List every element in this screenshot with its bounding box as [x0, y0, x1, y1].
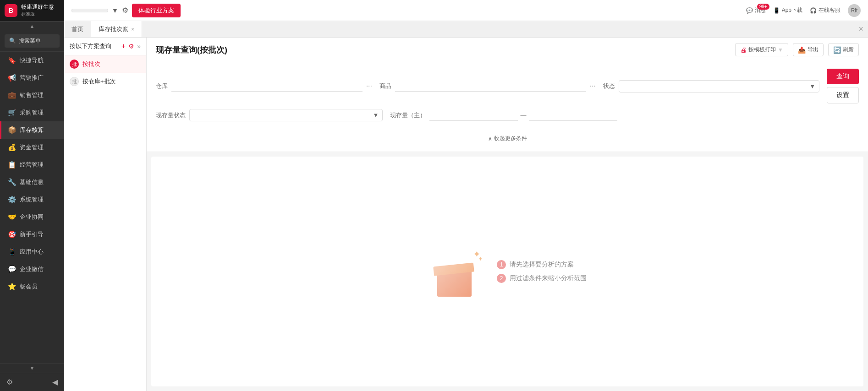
user-avatar: Rit: [848, 4, 861, 17]
sidebar-scroll-down[interactable]: ▼: [0, 363, 64, 373]
filter-product: 商品 ···: [379, 81, 596, 92]
tab-close-button[interactable]: ×: [131, 26, 134, 33]
filter-inventory-status: 现存量状态 ▼: [156, 109, 383, 121]
left-panel-title: 按以下方案查询: [70, 42, 111, 50]
nav-icon-member: ⭐: [8, 282, 16, 291]
filter-inventory-qty: 现存量（主） —: [390, 110, 617, 121]
sidebar-item-appstore[interactable]: 📱 应用中心: [0, 243, 64, 261]
scheme-icon-by-batch: 批: [70, 60, 79, 69]
nav-icon-inventory: 📦: [8, 126, 16, 134]
left-panel: 按以下方案查询 + ⚙ » 批 按批次 批 按仓库+批次: [64, 38, 147, 391]
empty-tip-2: 2 用过滤条件来缩小分析范围: [497, 274, 587, 283]
topbar-right: 💬 消息 99+ 📱 App下载 🎧 在线客服 Rit: [746, 4, 861, 17]
refresh-button[interactable]: 🔄 刷新: [828, 43, 859, 56]
empty-tip-1: 1 请先选择要分析的方案: [497, 260, 587, 269]
topbar-search-display: [71, 9, 108, 12]
sidebar-item-shortcut[interactable]: 🔖 快捷导航: [0, 52, 64, 69]
main-area: ▼ ⚙ 体验行业方案 💬 消息 99+ 📱 App下载 🎧 在线客服 Rit: [64, 0, 868, 391]
sidebar-footer: ⚙ ◀: [0, 373, 64, 391]
query-button[interactable]: 查询: [827, 69, 859, 84]
sidebar-item-marketing[interactable]: 📢 营销推广: [0, 69, 64, 87]
topbar-left: ▼ ⚙ 体验行业方案: [71, 4, 742, 17]
nav-icon-operation: 📋: [8, 161, 16, 169]
content-area: 按以下方案查询 + ⚙ » 批 按批次 批 按仓库+批次: [64, 38, 868, 391]
print-icon: 🖨: [740, 46, 747, 54]
sidebar-item-newbie[interactable]: 🎯 新手引导: [0, 226, 64, 243]
sidebar-search-button[interactable]: 🔍 搜索菜单: [5, 34, 60, 48]
sidebar: B 畅康通好生意 标准版 ▲ 🔍 搜索菜单 🔖 快捷导航 📢 营销推广 💼 销售…: [0, 0, 64, 391]
inventory-qty-from[interactable]: [429, 110, 517, 121]
topbar-gear-button[interactable]: ⚙: [122, 6, 128, 15]
inventory-status-select[interactable]: ▼: [189, 109, 383, 121]
export-button[interactable]: 📤 导出: [793, 43, 824, 56]
sidebar-nav: 🔖 快捷导航 📢 营销推广 💼 销售管理 🛒 采购管理 📦 库存核算 💰 资金管…: [0, 52, 64, 363]
nav-icon-system: ⚙️: [8, 196, 16, 204]
export-icon: 📤: [798, 46, 806, 54]
topbar-user[interactable]: Rit: [848, 4, 861, 17]
tab-home[interactable]: 首页: [64, 21, 91, 37]
sidebar-scroll-up[interactable]: ▲: [0, 22, 64, 31]
product-more-button[interactable]: ···: [590, 82, 596, 90]
topbar-app-download[interactable]: 📱 App下载: [773, 6, 802, 14]
topbar-dropdown-button[interactable]: ▼: [112, 7, 118, 14]
sidebar-item-system[interactable]: ⚙️ 系统管理: [0, 191, 64, 208]
scheme-settings-button[interactable]: ⚙: [128, 43, 134, 50]
filter-row-2: 现存量状态 ▼ 现存量（主） —: [156, 109, 859, 121]
sidebar-item-wechat[interactable]: 💬 企业微信: [0, 261, 64, 278]
page-header: 现存量查询(按批次) 🖨 按模板打印 ▼ 📤 导出 🔄 刷新: [147, 38, 868, 62]
sidebar-item-basic[interactable]: 🔧 基础信息: [0, 174, 64, 191]
sidebar-item-finance[interactable]: 💰 资金管理: [0, 139, 64, 156]
nav-icon-sales: 💼: [8, 91, 16, 99]
product-input[interactable]: [395, 81, 586, 92]
sidebar-settings-button[interactable]: ⚙: [6, 378, 13, 386]
inventory-status-dropdown-icon: ▼: [373, 112, 379, 119]
scheme-list: 批 按批次 批 按仓库+批次: [64, 55, 146, 391]
status-select[interactable]: ▼: [619, 80, 819, 92]
sidebar-item-inventory[interactable]: 📦 库存核算: [0, 121, 64, 139]
empty-content: ✦ ✦ 1 请先选择要分析的方案 2 用过滤条件来缩小分析范围: [428, 246, 587, 297]
warehouse-input[interactable]: [171, 81, 363, 92]
sidebar-search-area: 🔍 搜索菜单: [0, 31, 64, 52]
tip-1-text: 请先选择要分析的方案: [510, 261, 574, 269]
empty-tips: 1 请先选择要分析的方案 2 用过滤条件来缩小分析范围: [497, 260, 587, 283]
scheme-item-by-warehouse-batch[interactable]: 批 按仓库+批次: [64, 73, 146, 90]
sidebar-item-purchase[interactable]: 🛒 采购管理: [0, 104, 64, 121]
nav-icon-marketing: 📢: [8, 74, 16, 82]
topbar-messages[interactable]: 💬 消息 99+: [746, 6, 766, 14]
empty-illustration: ✦ ✦: [428, 246, 483, 297]
messages-badge: 99+: [757, 4, 769, 10]
gear-icon: ⚙: [6, 378, 13, 386]
sidebar-item-sales[interactable]: 💼 销售管理: [0, 87, 64, 104]
range-dash: —: [521, 112, 527, 119]
inventory-qty-to[interactable]: [529, 110, 617, 121]
app-subtitle: 标准版: [21, 11, 54, 17]
tip-2-text: 用过滤条件来缩小分析范围: [510, 274, 587, 282]
print-button[interactable]: 🖨 按模板打印 ▼: [735, 43, 788, 56]
topbar: ▼ ⚙ 体验行业方案 💬 消息 99+ 📱 App下载 🎧 在线客服 Rit: [64, 0, 868, 21]
left-panel-collapse-button[interactable]: »: [137, 43, 141, 50]
filter-row-1: 仓库 ··· 商品 ··· 状态 ▼: [156, 69, 859, 103]
trial-button[interactable]: 体验行业方案: [132, 4, 181, 17]
refresh-icon: 🔄: [833, 46, 841, 54]
product-label: 商品: [379, 82, 391, 90]
collapse-left-icon: ◀: [52, 378, 58, 386]
scheme-item-by-batch[interactable]: 批 按批次: [64, 55, 146, 73]
collapse-filter-button[interactable]: ∧ 收起更多条件: [156, 132, 859, 145]
add-scheme-button[interactable]: +: [121, 42, 126, 50]
message-icon: 💬: [746, 7, 753, 14]
topbar-online-service[interactable]: 🎧 在线客服: [810, 6, 841, 14]
inventory-qty-label: 现存量（主）: [390, 111, 426, 119]
settings-button[interactable]: 设置: [827, 87, 859, 103]
sidebar-item-enterprise[interactable]: 🤝 企业协同: [0, 208, 64, 226]
tip-1-number: 1: [497, 260, 506, 269]
warehouse-more-button[interactable]: ···: [366, 82, 372, 90]
app-title: 畅康通好生意: [21, 4, 54, 11]
collapse-up-icon: ∧: [488, 136, 492, 142]
sidebar-item-operation[interactable]: 📋 经营管理: [0, 156, 64, 174]
sidebar-collapse-button[interactable]: ◀: [52, 378, 58, 386]
sidebar-item-member[interactable]: ⭐ 畅会员: [0, 278, 64, 295]
scheme-icon-by-warehouse-batch: 批: [70, 77, 79, 86]
tab-inventory-batch[interactable]: 库存批次账 ×: [91, 21, 142, 37]
status-dropdown-icon: ▼: [809, 83, 815, 90]
tab-area-close-button[interactable]: ×: [858, 24, 863, 34]
